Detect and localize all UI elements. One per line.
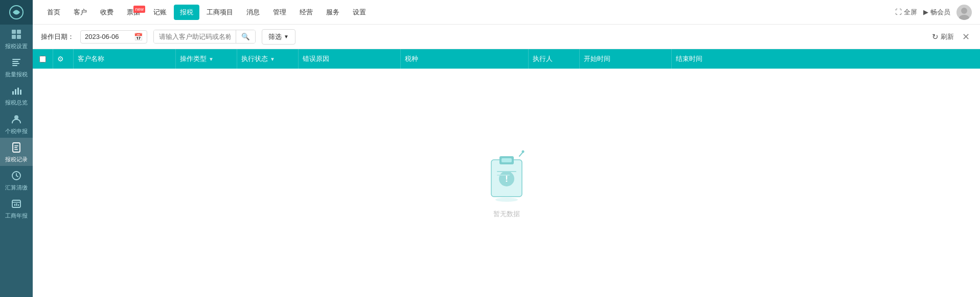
th-name-label: 客户名称 [78, 54, 104, 63]
date-picker[interactable]: 📅 [80, 30, 147, 44]
nav-item-service[interactable]: 服务 [320, 5, 346, 20]
nav-item-setting[interactable]: 设置 [347, 5, 372, 20]
sort-icon-op-type: ▼ [209, 56, 214, 62]
svg-point-23 [961, 8, 967, 14]
sidebar: 报税设置批量报税报税总览个税申报报税记录汇算清缴工商年报 [0, 0, 33, 297]
svg-rect-12 [20, 90, 21, 95]
tax-overview-icon [11, 85, 22, 98]
sidebar-item-annual-report[interactable]: 工商年报 [0, 194, 33, 222]
toolbar: 操作日期： 📅 🔍 筛选 ▼ ↻ 刷新 ✕ [33, 25, 980, 49]
th-op-type-label: 操作类型 [180, 54, 207, 63]
main-area: 首页客户收费票据new记账报税工商项目消息管理经营服务设置 ⛶ 全屏 ▶ 畅会员… [33, 0, 980, 297]
nav-badge-invoice: new [133, 6, 145, 13]
sidebar-label-annual-report: 工商年报 [5, 213, 28, 219]
th-tax-type: 税种 [401, 49, 529, 69]
member-label: 畅会员 [930, 8, 950, 17]
svg-rect-9 [12, 91, 14, 95]
nav-item-customer[interactable]: 客户 [67, 5, 93, 20]
sort-icon-exec-status: ▼ [270, 56, 275, 62]
nav-item-biz[interactable]: 工商项目 [200, 5, 239, 20]
sidebar-item-settlement[interactable]: 汇算清缴 [0, 166, 33, 194]
personal-tax-icon [11, 114, 22, 126]
sidebar-label-settlement: 汇算清缴 [5, 184, 28, 191]
sidebar-item-batch-tax[interactable]: 批量报税 [0, 53, 33, 81]
svg-rect-20 [14, 204, 15, 206]
svg-rect-7 [12, 63, 19, 64]
sidebar-label-tax-record: 报税记录 [5, 156, 28, 163]
date-label: 操作日期： [41, 32, 74, 41]
svg-rect-22 [18, 204, 19, 206]
th-error-reason-label: 错误原因 [303, 54, 329, 63]
svg-rect-1 [12, 30, 16, 34]
chevron-down-icon: ▼ [284, 34, 289, 39]
select-all-checkbox[interactable] [39, 56, 46, 62]
fullscreen-button[interactable]: ⛶ 全屏 [895, 8, 917, 17]
tax-record-icon [11, 142, 22, 155]
th-end-time: 结束时间 [672, 49, 743, 69]
sidebar-label-batch-tax: 批量报税 [5, 71, 28, 78]
fullscreen-label: 全屏 [904, 8, 917, 17]
th-error-reason: 错误原因 [299, 49, 401, 69]
refresh-label: 刷新 [941, 32, 954, 41]
nav-item-home[interactable]: 首页 [41, 5, 66, 20]
top-navigation: 首页客户收费票据new记账报税工商项目消息管理经营服务设置 ⛶ 全屏 ▶ 畅会员 [33, 0, 980, 25]
empty-text: 暂无数据 [493, 209, 520, 219]
svg-rect-27 [502, 158, 512, 162]
svg-point-33 [521, 151, 524, 153]
nav-items: 首页客户收费票据new记账报税工商项目消息管理经营服务设置 [41, 5, 895, 20]
sidebar-item-tax-setting[interactable]: 报税设置 [0, 25, 33, 53]
svg-point-24 [959, 15, 969, 20]
topnav-right: ⛶ 全屏 ▶ 畅会员 [895, 5, 972, 20]
nav-item-manage[interactable]: 管理 [267, 5, 292, 20]
th-checkbox [33, 49, 53, 69]
th-op-type[interactable]: 操作类型 ▼ [176, 49, 237, 69]
th-tax-type-label: 税种 [405, 54, 418, 63]
svg-rect-3 [12, 35, 16, 39]
close-button[interactable]: ✕ [960, 32, 972, 41]
member-button[interactable]: ▶ 畅会员 [923, 8, 950, 17]
sidebar-item-personal-tax[interactable]: 个税申报 [0, 110, 33, 138]
settlement-icon [11, 170, 22, 183]
batch-tax-icon [11, 57, 22, 70]
sidebar-item-tax-record[interactable]: 报税记录 [0, 138, 33, 166]
nav-item-fee[interactable]: 收费 [94, 5, 120, 20]
svg-rect-4 [17, 35, 21, 39]
filter-button[interactable]: 筛选 ▼ [262, 29, 295, 45]
avatar[interactable] [956, 5, 972, 20]
sidebar-item-tax-overview[interactable]: 报税总览 [0, 81, 33, 109]
nav-item-msg[interactable]: 消息 [240, 5, 266, 20]
svg-rect-15 [14, 145, 18, 146]
th-exec-status-label: 执行状态 [241, 54, 268, 63]
nav-item-finance[interactable]: 经营 [293, 5, 319, 20]
empty-state: ! 暂无数据 [33, 69, 980, 297]
nav-item-account[interactable]: 记账 [147, 5, 173, 20]
calendar-icon: 📅 [134, 33, 143, 41]
search-input[interactable] [154, 30, 236, 43]
search-button[interactable]: 🔍 [236, 30, 255, 43]
th-start-time: 开始时间 [580, 49, 672, 69]
nav-item-tax[interactable]: 报税 [174, 5, 199, 20]
sidebar-label-personal-tax: 个税申报 [5, 128, 28, 135]
table-wrap: ⚙ 客户名称 操作类型 ▼ 执行状态 ▼ 错误原因 税种 [33, 49, 980, 297]
svg-point-13 [14, 115, 18, 119]
fullscreen-icon: ⛶ [895, 8, 902, 16]
nav-item-invoice[interactable]: 票据new [121, 5, 146, 20]
th-executor: 执行人 [529, 49, 580, 69]
sidebar-label-tax-setting: 报税设置 [5, 43, 28, 50]
member-icon: ▶ [923, 8, 928, 16]
annual-report-icon [11, 198, 22, 211]
svg-rect-21 [16, 203, 17, 206]
th-end-time-label: 结束时间 [676, 54, 702, 63]
date-input[interactable] [85, 33, 131, 40]
th-exec-status[interactable]: 执行状态 ▼ [237, 49, 299, 69]
svg-point-34 [495, 198, 518, 202]
th-settings: ⚙ [53, 49, 74, 69]
svg-rect-5 [12, 59, 20, 60]
svg-rect-2 [17, 30, 21, 34]
tax-setting-icon [11, 29, 22, 41]
refresh-button[interactable]: ↻ 刷新 [932, 32, 954, 41]
filter-label: 筛选 [268, 32, 282, 41]
svg-rect-10 [15, 89, 16, 95]
app-logo[interactable] [0, 0, 33, 25]
th-name: 客户名称 [74, 49, 176, 69]
